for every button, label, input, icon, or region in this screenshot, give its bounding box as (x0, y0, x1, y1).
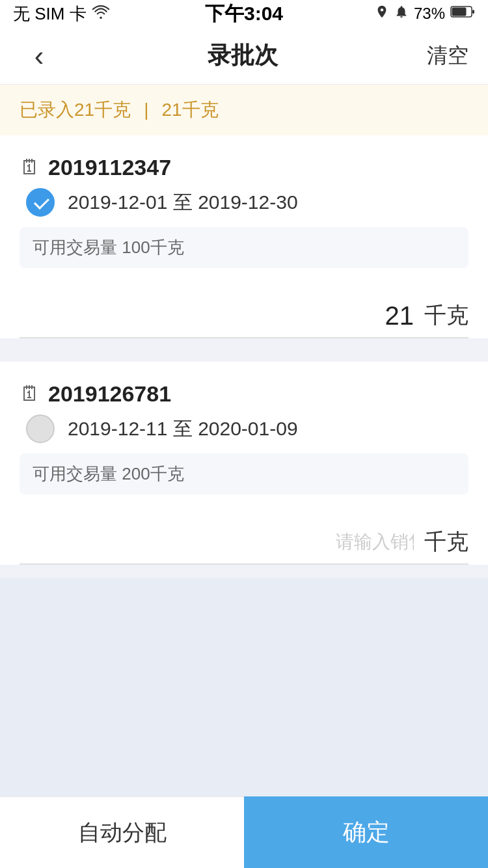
nav-bar: ‹ 录批次 清空 (0, 27, 488, 85)
bottom-bar: 自动分配 确定 (0, 796, 488, 868)
quantity-unit-1: 千克 (424, 301, 468, 331)
battery-icon (450, 5, 475, 23)
batch-id-1: 2019112347 (48, 155, 171, 180)
svg-rect-1 (452, 8, 467, 16)
status-right: 73% (375, 5, 475, 23)
confirm-button[interactable]: 确定 (244, 796, 488, 868)
input-divider-1 (20, 337, 468, 338)
summary-value: 21千克 (161, 98, 218, 122)
quantity-input-1[interactable] (336, 301, 414, 331)
batch-row-1: 2019-12-01 至 2019-12-30 (20, 188, 468, 217)
batch-id-2: 2019126781 (48, 381, 171, 407)
batch-item-2: 🗓 2019126781 2019-12-11 至 2020-01-09 可用交… (0, 362, 488, 514)
carrier-label: 无 SIM 卡 (13, 3, 87, 25)
batch-row-2: 2019-12-11 至 2020-01-09 (20, 414, 468, 443)
batch-card-1: 🗓 2019112347 2019-12-01 至 2019-12-30 可用交… (0, 135, 488, 338)
available-quantity-1: 可用交易量 100千克 (20, 227, 468, 268)
quantity-row-2: 千克 (0, 514, 488, 557)
page-title: 录批次 (208, 40, 278, 72)
location-icon (375, 5, 389, 23)
wifi-icon (92, 4, 110, 24)
summary-divider: | (144, 100, 148, 120)
back-button[interactable]: ‹ (20, 36, 59, 75)
batch-header-2: 🗓 2019126781 (20, 381, 468, 407)
batch-card-2: 🗓 2019126781 2019-12-11 至 2020-01-09 可用交… (0, 362, 488, 565)
status-bar: 无 SIM 卡 下午3:04 73% (0, 0, 488, 27)
clear-button[interactable]: 清空 (427, 42, 468, 70)
batch-item-1: 🗓 2019112347 2019-12-01 至 2019-12-30 可用交… (0, 135, 488, 288)
summary-label: 已录入21千克 (20, 98, 131, 122)
batch-select-2[interactable] (26, 414, 55, 443)
battery-label: 73% (414, 5, 445, 23)
section-divider (0, 351, 488, 362)
batch-date-1: 2019-12-01 至 2019-12-30 (68, 189, 298, 216)
batch-select-1[interactable] (26, 188, 55, 217)
batch-header-1: 🗓 2019112347 (20, 155, 468, 180)
status-left: 无 SIM 卡 (13, 3, 110, 25)
back-icon: ‹ (34, 42, 44, 70)
quantity-row-1: 千克 (0, 288, 488, 331)
quantity-input-2[interactable] (336, 532, 414, 552)
alarm-icon (394, 5, 409, 23)
summary-banner: 已录入21千克 | 21千克 (0, 85, 488, 135)
batch-icon-2: 🗓 (20, 382, 40, 406)
batch-icon-1: 🗓 (20, 156, 40, 180)
batch-date-2: 2019-12-11 至 2020-01-09 (68, 416, 298, 442)
input-divider-2 (20, 563, 468, 565)
quantity-unit-2: 千克 (424, 527, 468, 557)
svg-rect-2 (472, 10, 474, 14)
available-quantity-2: 可用交易量 200千克 (20, 454, 468, 495)
status-time: 下午3:04 (205, 1, 283, 27)
auto-distribute-button[interactable]: 自动分配 (0, 796, 244, 868)
